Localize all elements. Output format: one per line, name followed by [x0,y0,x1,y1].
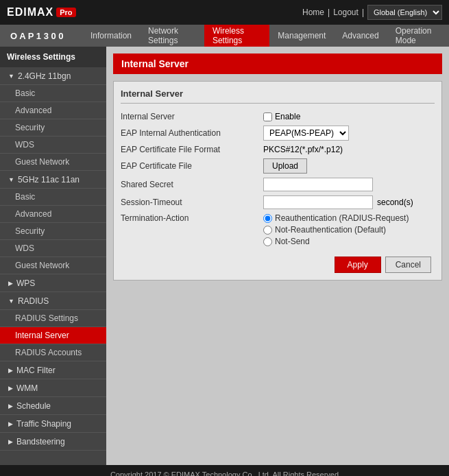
logo-edimax-text: EDIMAX [7,6,53,19]
termination-label: Termination-Action [121,213,258,223]
arrow-icon-wps: ▶ [8,280,13,287]
home-link[interactable]: Home [302,8,324,17]
sidebar-group-wmm-title[interactable]: ▶ WMM [0,379,106,397]
internal-server-label: Internal Server [121,112,258,121]
nav-operation-mode[interactable]: Operation Mode [387,25,449,47]
sidebar-group-2.4ghz-title[interactable]: ▼ 2.4GHz 11bgn [0,67,106,85]
sidebar-item-radius-accounts[interactable]: RADIUS Accounts [0,344,106,361]
termination-option-2[interactable]: Not-Send [263,237,409,246]
arrow-icon-wmm: ▶ [8,385,13,392]
content-box-title: Internal Server [121,88,435,104]
termination-radio-1[interactable] [263,226,272,235]
sidebar-group-5ghz: ▼ 5GHz 11ac 11an Basic Advanced Security… [0,171,106,274]
sidebar-item-security-5g[interactable]: Security [0,223,106,240]
shared-secret-input[interactable] [263,178,373,191]
termination-radio-2[interactable] [263,237,272,246]
session-timeout-unit: second(s) [377,198,413,207]
arrow-icon-radius: ▼ [8,298,14,305]
internal-server-row: Internal Server Enable [121,112,435,121]
session-timeout-label: Session-Timeout [121,198,258,207]
arrow-icon-mac: ▶ [8,367,13,374]
cert-format-value: PKCS#12(*.pfx/*.p12) [263,145,343,154]
arrow-icon: ▼ [8,73,14,80]
sidebar-item-basic-5g[interactable]: Basic [0,189,106,206]
sidebar-item-wds-2g[interactable]: WDS [0,136,106,154]
nav-advanced[interactable]: Advanced [334,25,387,47]
nav-management[interactable]: Management [269,25,334,47]
shared-secret-row: Shared Secret [121,178,435,191]
cert-format-label: EAP Certificate File Format [121,145,258,154]
content-area: Internal Server Internal Server Internal… [106,47,449,465]
footer-text: Copyright 2017 © EDIMAX Technology Co., … [110,471,339,476]
nav-links: Information Network Settings Wireless Se… [82,25,449,47]
session-timeout-input[interactable]: 3600 [263,195,373,209]
termination-option-0[interactable]: Reauthentication (RADIUS-Request) [263,213,409,223]
logout-link[interactable]: Logout [333,8,359,17]
arrow-icon-bandsteering: ▶ [8,438,13,445]
sidebar-item-wds-5g[interactable]: WDS [0,240,106,257]
sidebar-group-radius: ▼ RADIUS RADIUS Settings Internal Server… [0,292,106,361]
top-header: EDIMAX Pro Home | Logout | Global (Engli… [0,0,449,25]
sidebar-group-wps-title[interactable]: ▶ WPS [0,274,106,292]
termination-option-1[interactable]: Not-Reauthentication (Default) [263,225,409,235]
termination-radio-group: Reauthentication (RADIUS-Request) Not-Re… [263,213,409,246]
sidebar-group-mac-title[interactable]: ▶ MAC Filter [0,361,106,379]
sidebar-item-advanced-2g[interactable]: Advanced [0,102,106,119]
content-box: Internal Server Internal Server Enable E… [113,81,442,281]
cert-file-label: EAP Certificate File [121,161,258,171]
sidebar-item-guest-network-2g[interactable]: Guest Network [0,154,106,171]
session-timeout-row: Session-Timeout 3600 second(s) [121,195,435,209]
page-header: Internal Server [113,53,442,74]
sidebar-item-security-2g[interactable]: Security [0,119,106,136]
sidebar-item-radius-settings[interactable]: RADIUS Settings [0,310,106,327]
language-select[interactable]: Global (English) [367,5,442,20]
internal-server-checkbox[interactable] [263,112,272,121]
arrow-icon-schedule: ▶ [8,403,13,409]
nav-wireless-settings[interactable]: Wireless Settings [204,25,269,47]
arrow-icon-traffic: ▶ [8,420,13,427]
sidebar-item-internal-server[interactable]: Internal Server [0,327,106,344]
nav-network-settings[interactable]: Network Settings [140,25,204,47]
top-navigation: Home | Logout | Global (English) [302,5,442,20]
sidebar-item-basic-2g[interactable]: Basic [0,85,106,102]
sidebar-group-bandsteering-title[interactable]: ▶ Bandsteering [0,433,106,451]
eap-auth-row: EAP Internal Authentication PEAP(MS-PEAP… [121,126,435,141]
sidebar-title: Wireless Settings [0,47,106,67]
logo-pro-badge: Pro [56,8,75,17]
logo: EDIMAX Pro [7,6,76,19]
arrow-icon-5g: ▼ [8,176,14,183]
upload-button[interactable]: Upload [263,158,307,174]
sidebar-group-radius-title[interactable]: ▼ RADIUS [0,292,106,310]
termination-row: Termination-Action Reauthentication (RAD… [121,213,435,246]
nav-information[interactable]: Information [82,25,140,47]
apply-button[interactable]: Apply [335,257,381,273]
sidebar-item-guest-network-5g[interactable]: Guest Network [0,257,106,274]
main-layout: Wireless Settings ▼ 2.4GHz 11bgn Basic A… [0,47,449,465]
sidebar-item-advanced-5g[interactable]: Advanced [0,206,106,223]
model-label: O A P 1 3 0 0 [0,31,82,41]
cancel-button[interactable]: Cancel [385,257,431,273]
cert-file-row: EAP Certificate File Upload [121,158,435,174]
eap-auth-select[interactable]: PEAP(MS-PEAP) [263,126,349,141]
sidebar-group-5ghz-title[interactable]: ▼ 5GHz 11ac 11an [0,171,106,189]
sidebar-group-traffic-title[interactable]: ▶ Traffic Shaping [0,415,106,433]
shared-secret-label: Shared Secret [121,180,258,189]
sidebar: Wireless Settings ▼ 2.4GHz 11bgn Basic A… [0,47,106,465]
enable-label: Enable [275,112,300,121]
cert-format-row: EAP Certificate File Format PKCS#12(*.pf… [121,145,435,154]
action-buttons: Apply Cancel [121,257,435,273]
nav-bar: O A P 1 3 0 0 Information Network Settin… [0,25,449,47]
footer: Copyright 2017 © EDIMAX Technology Co., … [0,465,449,476]
termination-radio-0[interactable] [263,214,272,223]
eap-auth-label: EAP Internal Authentication [121,128,258,138]
sidebar-group-2.4ghz: ▼ 2.4GHz 11bgn Basic Advanced Security W… [0,67,106,171]
sidebar-group-schedule-title[interactable]: ▶ Schedule [0,397,106,415]
